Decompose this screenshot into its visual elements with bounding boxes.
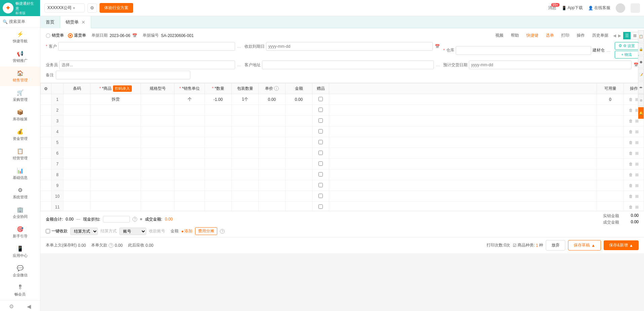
cell-qty-5[interactable] <box>205 148 232 159</box>
cell-pack-qty-1[interactable] <box>232 105 259 116</box>
cell-product-0[interactable]: 拆货 <box>90 94 141 105</box>
fee-split-btn[interactable]: 费用分摊 <box>195 227 217 235</box>
prev-icon[interactable]: ◀ <box>613 33 616 38</box>
cell-qty-2[interactable] <box>205 116 232 126</box>
cell-price-1[interactable] <box>259 105 286 116</box>
shortcut-btn[interactable]: 快捷键 <box>524 32 541 39</box>
gift-checkbox-5[interactable] <box>318 151 323 155</box>
cell-amount-9[interactable] <box>286 191 312 202</box>
cell-unit-6[interactable] <box>175 159 205 169</box>
cell-barcode-6[interactable] <box>64 159 90 169</box>
fee-help-icon[interactable]: ? <box>220 229 225 234</box>
cell-barcode-0[interactable] <box>64 94 90 105</box>
right-panel-btn-1[interactable]: 📋 <box>638 30 644 42</box>
customer-dots[interactable]: … <box>237 44 241 49</box>
cell-product-6[interactable] <box>90 159 141 169</box>
gift-checkbox-2[interactable] <box>318 118 323 123</box>
cell-amount-2[interactable] <box>286 116 312 126</box>
cell-pack-qty-10[interactable] <box>232 202 259 211</box>
tab-close-icon[interactable]: ✕ <box>81 20 85 25</box>
expected-delivery-input[interactable] <box>469 61 632 69</box>
bank-account-select[interactable]: 账号 <box>119 228 146 235</box>
payment-method-select[interactable]: 结算方式 <box>70 228 98 235</box>
discard-button[interactable]: 放弃 <box>546 240 565 250</box>
sidebar-settings-icon[interactable]: ⚙ <box>9 303 14 310</box>
gift-checkbox-6[interactable] <box>318 161 323 166</box>
cell-product-8[interactable] <box>90 180 141 191</box>
delete-icon-4[interactable]: 🗑 <box>629 140 633 145</box>
cell-qty-8[interactable] <box>205 180 232 191</box>
customer-input[interactable] <box>58 42 235 51</box>
sidebar-search[interactable]: 🔍 搜索菜单 <box>0 16 40 28</box>
cell-amount-10[interactable] <box>286 202 312 211</box>
gift-checkbox-1[interactable] <box>318 108 323 112</box>
right-panel-btn-3[interactable]: ⊕ <box>638 56 644 68</box>
salesperson-input[interactable] <box>59 61 235 69</box>
cell-gift-4[interactable] <box>312 137 329 148</box>
cell-unit-1[interactable] <box>175 105 205 116</box>
sidebar-item-capital[interactable]: 💰 资金管理 <box>0 125 40 145</box>
grid-view-btn[interactable]: ⊞ <box>631 32 639 39</box>
delete-icon-7[interactable]: 🗑 <box>629 172 633 177</box>
cell-pack-qty-9[interactable] <box>232 191 259 202</box>
cell-barcode-1[interactable] <box>64 105 90 116</box>
sidebar-item-newbie[interactable]: 🎯 新手引导 <box>0 223 40 242</box>
cell-gift-6[interactable] <box>312 159 329 169</box>
gift-checkbox-8[interactable] <box>318 183 323 187</box>
sidebar-item-enterprise[interactable]: 🏢 企业协同 <box>0 203 40 223</box>
own-count-icon[interactable]: ? <box>109 243 113 248</box>
delete-icon-5[interactable]: 🗑 <box>629 151 633 156</box>
copy-icon-5[interactable]: ⊞ <box>635 151 639 156</box>
cell-pack-qty-7[interactable] <box>232 169 259 180</box>
sidebar-back-icon[interactable]: ◀ <box>27 303 31 310</box>
sidebar-item-basic[interactable]: 📊 基础信息 <box>0 164 40 184</box>
cell-unit-8[interactable] <box>175 180 205 191</box>
cell-barcode-5[interactable] <box>64 148 90 159</box>
delete-icon-9[interactable]: 🗑 <box>629 194 633 199</box>
cell-spec-4[interactable] <box>141 137 175 148</box>
gift-checkbox-3[interactable] <box>318 129 323 133</box>
customer-address-dots[interactable]: … <box>436 63 440 67</box>
cell-amount-8[interactable] <box>286 180 312 191</box>
sidebar-item-sales[interactable]: 🏠 销售管理 <box>0 67 40 86</box>
delete-icon-3[interactable]: 🗑 <box>629 129 633 134</box>
cell-product-10[interactable] <box>90 202 141 211</box>
settings-gear-button[interactable]: ⚙ <box>87 3 97 13</box>
collection-date-input[interactable] <box>266 42 433 51</box>
cell-product-1[interactable] <box>90 105 141 116</box>
radio-return[interactable]: 退货单 <box>68 33 86 38</box>
one-click-checkbox[interactable] <box>46 229 50 233</box>
cell-pack-qty-0[interactable]: 1个 <box>232 94 259 105</box>
cell-price-9[interactable] <box>259 191 286 202</box>
remark-input[interactable] <box>56 71 190 79</box>
cell-barcode-10[interactable] <box>64 202 90 211</box>
delete-icon-10[interactable]: 🗑 <box>629 205 633 209</box>
tab-sales-order[interactable]: 销货单 ✕ <box>60 16 91 28</box>
cell-gift-1[interactable] <box>312 105 329 116</box>
add-payment-btn[interactable]: ● 添加 <box>181 228 192 234</box>
gift-checkbox-7[interactable] <box>318 172 323 177</box>
print-btn[interactable]: 打印 <box>559 32 572 39</box>
cell-price-5[interactable] <box>259 148 286 159</box>
history-btn[interactable]: 历史单据 <box>590 32 611 39</box>
save-new-button[interactable]: 保存&新增 ▲ <box>604 240 639 250</box>
app-download[interactable]: 📱 App下载 <box>562 5 583 11</box>
cell-product-9[interactable] <box>90 191 141 202</box>
product-kind[interactable]: ☑ 商品种类: 1 种 <box>513 242 543 248</box>
copy-icon-7[interactable]: ⊞ <box>635 172 639 177</box>
sidebar-item-quick-nav[interactable]: ⚡ 快捷导航 <box>0 28 40 47</box>
right-panel-btn-2[interactable]: 🔒 <box>638 43 644 55</box>
cell-amount-3[interactable] <box>286 126 312 137</box>
sidebar-item-members[interactable]: 🎖 畅会员 <box>0 281 40 300</box>
gift-checkbox-4[interactable] <box>318 140 323 144</box>
right-panel-btn-6[interactable]: ☆ <box>638 94 644 106</box>
cell-amount-6[interactable] <box>286 159 312 169</box>
company-selector[interactable]: XXXXXX公司 ▾ <box>44 3 85 12</box>
delete-icon-8[interactable]: 🗑 <box>629 183 633 188</box>
cell-price-2[interactable] <box>259 116 286 126</box>
cell-price-8[interactable] <box>259 180 286 191</box>
copy-icon-3[interactable]: ⊞ <box>635 129 639 134</box>
copy-icon-6[interactable]: ⊞ <box>635 162 639 166</box>
cell-qty-4[interactable] <box>205 137 232 148</box>
cell-product-4[interactable] <box>90 137 141 148</box>
